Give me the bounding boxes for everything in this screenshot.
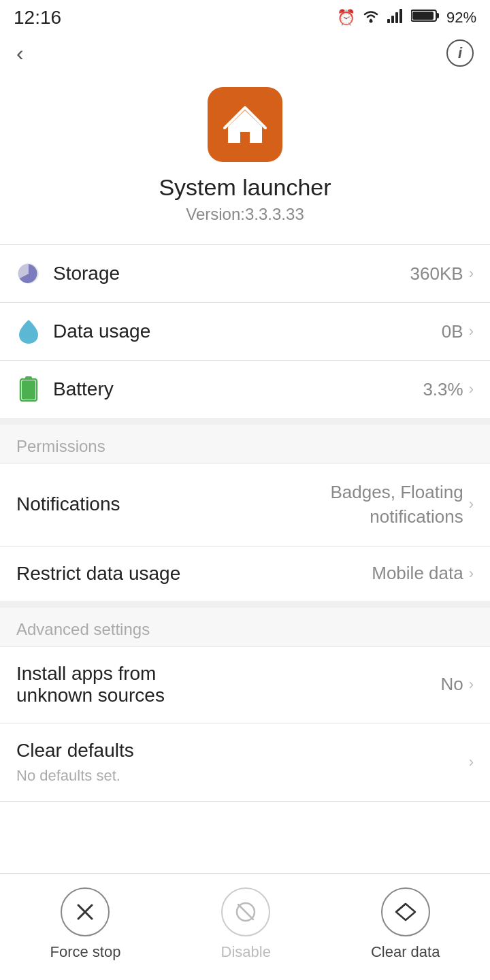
install-apps-chevron: ›: [469, 676, 474, 693]
battery-percent: 92%: [446, 9, 476, 27]
status-icons: ⏰: [337, 8, 476, 27]
storage-label: Storage: [53, 263, 120, 284]
data-usage-chevron: ›: [469, 323, 474, 340]
disable-button[interactable]: Disable: [221, 887, 271, 961]
permissions-label: Permissions: [16, 437, 105, 455]
clear-defaults-chevron: ›: [469, 753, 474, 771]
notifications-label: Notifications: [16, 493, 120, 515]
svg-rect-3: [395, 12, 398, 23]
disable-label: Disable: [221, 943, 271, 961]
signal-icon: [387, 8, 404, 27]
svg-rect-10: [25, 376, 32, 380]
notifications-chevron: ›: [469, 495, 474, 513]
data-usage-item[interactable]: Data usage 0B ›: [0, 303, 490, 360]
clear-defaults-label: Clear defaults: [16, 740, 134, 762]
advanced-label: Advanced settings: [16, 620, 150, 638]
info-icon: i: [458, 44, 462, 62]
svg-rect-11: [22, 380, 35, 399]
notifications-value: Badges, Floatingnotifications: [331, 480, 463, 529]
force-stop-circle: [61, 887, 110, 936]
battery-chevron: ›: [469, 380, 474, 398]
force-stop-label: Force stop: [50, 943, 121, 961]
clear-data-label: Clear data: [371, 943, 440, 961]
storage-icon: [16, 261, 41, 286]
clear-defaults-item[interactable]: Clear defaults No defaults set. ›: [0, 723, 490, 801]
app-header: System launcher Version:3.3.3.33: [0, 74, 490, 244]
storage-item[interactable]: Storage 360KB ›: [0, 245, 490, 302]
svg-rect-7: [412, 12, 434, 20]
alarm-icon: ⏰: [337, 9, 355, 27]
install-apps-value: No: [440, 674, 463, 695]
section-divider-1: [0, 418, 490, 425]
clear-data-button[interactable]: Clear data: [371, 887, 440, 961]
svg-rect-6: [436, 13, 439, 18]
svg-rect-1: [387, 19, 390, 23]
app-icon: [208, 87, 282, 162]
install-apps-item[interactable]: Install apps fromunknown sources No ›: [0, 647, 490, 723]
info-button[interactable]: i: [446, 39, 474, 67]
app-name: System launcher: [159, 174, 331, 201]
notifications-item[interactable]: Notifications Badges, Floatingnotificati…: [0, 463, 490, 546]
restrict-data-item[interactable]: Restrict data usage Mobile data ›: [0, 546, 490, 601]
restrict-data-value: Mobile data: [372, 563, 463, 584]
storage-chevron: ›: [469, 265, 474, 282]
status-bar: 12:16 ⏰: [0, 0, 490, 33]
battery-value: 3.3%: [423, 379, 463, 400]
data-usage-label: Data usage: [53, 321, 150, 342]
wifi-icon: [362, 8, 380, 27]
svg-line-15: [238, 904, 253, 919]
battery-list-icon: [16, 377, 41, 402]
clear-defaults-subtitle: No defaults set.: [16, 767, 120, 785]
advanced-section-header: Advanced settings: [0, 608, 490, 646]
section-divider-2: [0, 601, 490, 608]
divider-8: [0, 801, 490, 802]
svg-rect-4: [399, 9, 402, 23]
back-button[interactable]: ‹: [16, 42, 24, 64]
top-nav: ‹ i: [0, 33, 490, 74]
battery-icon: [411, 8, 440, 27]
restrict-data-label: Restrict data usage: [16, 563, 180, 585]
battery-item[interactable]: Battery 3.3% ›: [0, 361, 490, 418]
data-usage-value: 0B: [442, 321, 463, 342]
clear-data-circle: [381, 887, 430, 936]
data-usage-icon: [16, 319, 41, 344]
bottom-action-bar: Force stop Disable Clear data: [0, 873, 490, 980]
install-apps-label: Install apps fromunknown sources: [16, 663, 165, 706]
status-time: 12:16: [14, 7, 61, 29]
force-stop-button[interactable]: Force stop: [50, 887, 121, 961]
storage-value: 360KB: [410, 263, 463, 284]
battery-label: Battery: [53, 378, 114, 400]
disable-circle: [221, 887, 270, 936]
app-version: Version:3.3.3.33: [186, 205, 304, 224]
restrict-data-chevron: ›: [469, 565, 474, 583]
svg-point-0: [369, 20, 372, 23]
svg-rect-2: [391, 16, 394, 23]
permissions-section-header: Permissions: [0, 425, 490, 463]
